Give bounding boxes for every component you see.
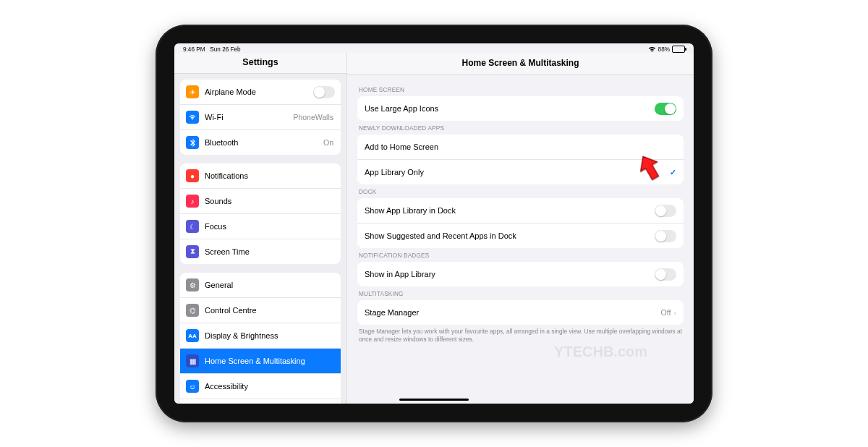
sidebar-item-label: Airplane Mode (205, 88, 307, 96)
row-label: Show App Library in Dock (365, 206, 655, 215)
main-title: Home Screen & Multitasking (347, 53, 694, 75)
battery-pct: 88% (658, 46, 670, 53)
date-label: Sun 26 Feb (210, 46, 240, 53)
bell-icon: ● (186, 169, 199, 182)
row-show-in-library[interactable]: Show in App Library (357, 262, 684, 286)
row-label: Add to Home Screen (365, 142, 676, 151)
section-dock: Show App Library in Dock Show Suggested … (357, 198, 684, 248)
switches-icon: ⌬ (186, 304, 199, 317)
sidebar-item-screen-time[interactable]: ⧗ Screen Time (180, 239, 341, 264)
wifi-icon (186, 111, 199, 124)
row-add-home[interactable]: Add to Home Screen (357, 135, 684, 160)
section-multitasking: Stage Manager Off › (357, 300, 684, 325)
moon-icon: ☾ (186, 220, 199, 233)
row-large-icons[interactable]: Use Large App Icons (357, 96, 684, 121)
sidebar-item-control-centre[interactable]: ⌬ Control Centre (180, 298, 341, 323)
airplane-icon: ✈ (186, 85, 199, 98)
display-icon: AA (186, 329, 199, 342)
home-indicator[interactable] (399, 399, 469, 401)
screen: 9:46 PM Sun 26 Feb 88% Settings (174, 43, 694, 404)
sidebar-item-label: Accessibility (205, 382, 335, 391)
row-library-only[interactable]: App Library Only ✓ (357, 160, 684, 184)
section-label-dock: Dock (359, 189, 682, 195)
time-label: 9:46 PM (183, 46, 205, 53)
sidebar-item-label: Control Centre (205, 306, 335, 315)
tablet-frame: 9:46 PM Sun 26 Feb 88% Settings (156, 25, 712, 422)
sidebar-item-label: Display & Brightness (205, 331, 335, 340)
sidebar-group-connectivity: ✈ Airplane Mode Wi-Fi PhoneWalls (180, 80, 341, 155)
sidebar-item-sounds[interactable]: ♪ Sounds (180, 189, 341, 214)
sidebar-item-label: Bluetooth (205, 138, 318, 147)
row-label: Show in App Library (365, 270, 655, 278)
gear-icon: ⚙ (186, 278, 199, 291)
bluetooth-value: On (323, 138, 333, 147)
main-panel: Home Screen & Multitasking Home Screen U… (347, 53, 694, 404)
section-label-badges: Notification Badges (359, 252, 682, 259)
sidebar-item-wallpaper[interactable]: ❀ Wallpaper (180, 399, 341, 404)
stage-manager-footer: Stage Manager lets you work with your fa… (359, 328, 682, 344)
battery-icon (672, 46, 685, 53)
bluetooth-icon (186, 136, 199, 149)
sidebar: Settings ✈ Airplane Mode Wi-Fi (174, 53, 347, 404)
sidebar-item-home-multitasking[interactable]: ▦ Home Screen & Multitasking (180, 349, 341, 374)
wifi-icon (648, 46, 656, 52)
section-label-home: Home Screen (359, 87, 682, 93)
sounds-icon: ♪ (186, 195, 199, 208)
row-label: Show Suggested and Recent Apps in Dock (365, 231, 655, 240)
sidebar-item-label: Sounds (205, 197, 335, 205)
sidebar-item-label: Focus (205, 222, 335, 231)
sidebar-group-alerts: ● Notifications ♪ Sounds ☾ Focus ⧗ (180, 163, 341, 264)
row-show-recent-dock[interactable]: Show Suggested and Recent Apps in Dock (357, 224, 684, 248)
sidebar-item-wifi[interactable]: Wi-Fi PhoneWalls (180, 105, 341, 130)
large-icons-toggle[interactable] (655, 103, 676, 115)
row-show-library-dock[interactable]: Show App Library in Dock (357, 198, 684, 224)
accessibility-icon: ☺ (186, 380, 199, 393)
sidebar-item-airplane[interactable]: ✈ Airplane Mode (180, 80, 341, 105)
badges-library-toggle[interactable] (655, 268, 676, 281)
sidebar-item-accessibility[interactable]: ☺ Accessibility (180, 374, 341, 399)
section-badges: Show in App Library (357, 262, 684, 286)
airplane-toggle[interactable] (313, 86, 335, 98)
chevron-right-icon: › (673, 308, 676, 317)
grid-icon: ▦ (186, 354, 199, 367)
section-home: Use Large App Icons (357, 96, 684, 121)
sidebar-item-label: Home Screen & Multitasking (205, 357, 335, 365)
sidebar-item-label: General (205, 281, 335, 289)
sidebar-item-label: Notifications (205, 171, 335, 180)
check-icon: ✓ (670, 168, 676, 177)
row-label: Stage Manager (365, 308, 661, 317)
row-label: Use Large App Icons (365, 104, 655, 113)
sidebar-group-system: ⚙ General ⌬ Control Centre AA Display & … (180, 273, 341, 404)
status-left: 9:46 PM Sun 26 Feb (183, 46, 241, 53)
wifi-value: PhoneWalls (293, 113, 333, 122)
section-newly: Add to Home Screen App Library Only ✓ (357, 135, 684, 184)
recent-dock-toggle[interactable] (655, 230, 676, 242)
status-bar: 9:46 PM Sun 26 Feb 88% (174, 43, 694, 53)
sidebar-item-label: Screen Time (205, 247, 335, 256)
sidebar-item-label: Wi-Fi (205, 113, 287, 122)
row-label: App Library Only (365, 168, 670, 176)
sidebar-item-general[interactable]: ⚙ General (180, 273, 341, 298)
library-dock-toggle[interactable] (655, 205, 676, 217)
hourglass-icon: ⧗ (186, 245, 199, 258)
row-stage-manager[interactable]: Stage Manager Off › (357, 300, 684, 325)
sidebar-item-display[interactable]: AA Display & Brightness (180, 323, 341, 349)
section-label-multi: Multitasking (359, 291, 682, 297)
sidebar-title: Settings (174, 53, 346, 74)
section-label-newly: Newly Downloaded Apps (359, 125, 682, 132)
stage-manager-value: Off (661, 308, 671, 317)
sidebar-item-notifications[interactable]: ● Notifications (180, 163, 341, 189)
sidebar-item-bluetooth[interactable]: Bluetooth On (180, 130, 341, 155)
sidebar-item-focus[interactable]: ☾ Focus (180, 214, 341, 239)
